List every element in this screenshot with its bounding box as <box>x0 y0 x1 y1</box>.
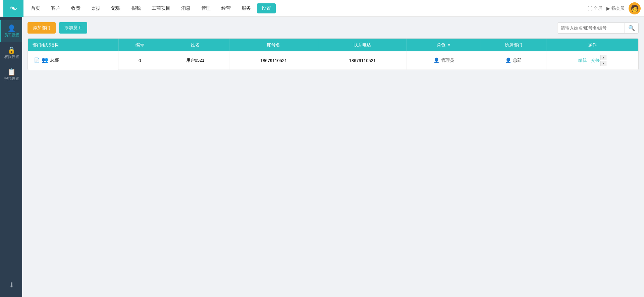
nav-item-invoice[interactable]: 票据 <box>87 3 105 13</box>
role-sort-button[interactable]: ▼ <box>447 43 451 47</box>
nav-item-operation[interactable]: 经营 <box>217 3 235 13</box>
permission-icon: 🔒 <box>7 47 16 53</box>
sidebar: 👤 员工设置 🔒 权限设置 📋 报税设置 ⬇ <box>0 17 22 297</box>
table-header-row: 编号 姓名 账号名 联系电话 角色 ▼ 所属部门 操作 <box>118 39 638 51</box>
nav-items: 首页 客户 收费 票据 记账 报税 工商项目 消息 管理 经营 服务 设置 <box>26 3 588 13</box>
employee-icon: 👤 <box>7 25 16 32</box>
search-box: 🔍 <box>557 22 639 34</box>
col-actions: 操作 <box>546 39 638 51</box>
cell-dept: 👤 总部 <box>481 51 546 70</box>
edit-button[interactable]: 编辑 <box>578 57 587 63</box>
transfer-button[interactable]: 交接 <box>591 57 600 63</box>
nav-item-business[interactable]: 工商项目 <box>147 3 175 13</box>
nav-item-service[interactable]: 服务 <box>237 3 256 13</box>
search-icon: 🔍 <box>628 25 635 31</box>
member-label: 畅会员 <box>611 5 625 11</box>
tree-header: 部门组织结构 <box>28 39 118 51</box>
role-icon: 👤 <box>433 57 440 63</box>
col-name: 姓名 <box>161 39 229 51</box>
nav-item-message[interactable]: 消息 <box>176 3 195 13</box>
fullscreen-btn[interactable]: ⛶ 全屏 <box>588 5 602 11</box>
nav-item-home[interactable]: 首页 <box>26 3 45 13</box>
tree-item-headquarters[interactable]: 📄 👥 总部 <box>33 55 113 65</box>
tree-item-label: 总部 <box>50 57 59 63</box>
col-dept: 所属部门 <box>481 39 546 51</box>
top-navigation: 首页 客户 收费 票据 记账 报税 工商项目 消息 管理 经营 服务 设置 ⛶ … <box>0 0 644 17</box>
scroll-up-button[interactable]: ▲ <box>600 55 606 60</box>
scroll-controls: ▲ ▼ <box>600 55 606 66</box>
employee-table: 编号 姓名 账号名 联系电话 角色 ▼ 所属部门 操作 <box>118 39 638 70</box>
cell-phone: 18679110521 <box>318 51 407 70</box>
table-panel: 编号 姓名 账号名 联系电话 角色 ▼ 所属部门 操作 <box>118 39 638 70</box>
file-icon: 📄 <box>34 57 40 63</box>
download-icon: ⬇ <box>9 282 14 288</box>
nav-item-manage[interactable]: 管理 <box>197 3 215 13</box>
cell-role: 👤 管理员 <box>407 51 481 70</box>
member-btn[interactable]: ▶ 畅会员 <box>606 5 625 11</box>
nav-item-settings[interactable]: 设置 <box>257 3 276 13</box>
main-layout: 👤 员工设置 🔒 权限设置 📋 报税设置 ⬇ 添加部门 添加员工 🔍 <box>0 17 644 297</box>
cell-name: 用户0521 <box>161 51 229 70</box>
nav-item-fee[interactable]: 收费 <box>66 3 85 13</box>
toolbar: 添加部门 添加员工 🔍 <box>28 22 639 34</box>
cell-actions: 编辑 交接 ▲ ▼ <box>546 51 638 70</box>
role-label: 管理员 <box>441 57 454 63</box>
search-input[interactable] <box>557 23 625 33</box>
sidebar-label-permission: 权限设置 <box>4 55 19 59</box>
main-content: 添加部门 添加员工 🔍 部门组织结构 📄 👥 总部 <box>22 17 644 297</box>
search-button[interactable]: 🔍 <box>625 23 638 33</box>
cell-id: 0 <box>118 51 161 70</box>
col-id: 编号 <box>118 39 161 51</box>
nav-item-tax[interactable]: 报税 <box>127 3 146 13</box>
tax-settings-icon: 📋 <box>7 68 16 75</box>
user-avatar[interactable]: 🧑 <box>629 2 641 14</box>
col-phone: 联系电话 <box>318 39 407 51</box>
user-group-icon: 👥 <box>42 57 48 63</box>
col-role: 角色 ▼ <box>407 39 481 51</box>
dept-label: 总部 <box>513 57 522 63</box>
add-department-button[interactable]: 添加部门 <box>28 22 56 34</box>
sidebar-item-download[interactable]: ⬇ <box>6 277 16 293</box>
fullscreen-label: 全屏 <box>594 5 602 11</box>
member-icon: ▶ <box>606 6 610 11</box>
scroll-down-button[interactable]: ▼ <box>600 61 606 66</box>
app-logo <box>3 0 23 17</box>
tree-panel: 部门组织结构 📄 👥 总部 <box>28 39 118 70</box>
table-row: 0 用户0521 18679110521 18679110521 👤 管理员 <box>118 51 638 70</box>
sidebar-label-tax: 报税设置 <box>4 77 19 81</box>
sidebar-item-employee[interactable]: 👤 员工设置 <box>0 20 22 42</box>
svg-point-1 <box>12 7 14 9</box>
sidebar-bottom: ⬇ <box>6 277 16 297</box>
panel-wrapper: 部门组织结构 📄 👥 总部 编号 姓名 账号名 <box>28 38 639 70</box>
col-account: 账号名 <box>229 39 318 51</box>
dept-icon: 👤 <box>505 57 512 63</box>
nav-right: ⛶ 全屏 ▶ 畅会员 🧑 <box>588 2 641 14</box>
sidebar-item-tax-settings[interactable]: 📋 报税设置 <box>0 64 22 86</box>
add-employee-button[interactable]: 添加员工 <box>59 22 87 34</box>
fullscreen-icon: ⛶ <box>588 6 592 11</box>
tree-body: 📄 👥 总部 <box>28 51 118 68</box>
nav-item-customer[interactable]: 客户 <box>46 3 65 13</box>
sidebar-item-permission[interactable]: 🔒 权限设置 <box>0 42 22 64</box>
sidebar-label-employee: 员工设置 <box>4 33 19 37</box>
nav-item-accounting[interactable]: 记账 <box>107 3 125 13</box>
cell-account: 18679110521 <box>229 51 318 70</box>
